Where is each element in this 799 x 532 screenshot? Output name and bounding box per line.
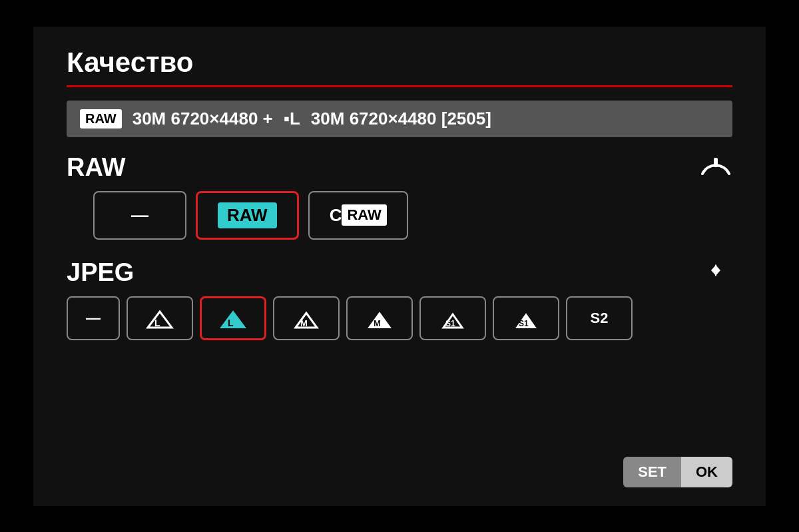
ok-button[interactable]: OK <box>681 457 732 487</box>
svg-text:M: M <box>300 318 308 328</box>
jpeg-s2-button[interactable]: S2 <box>566 296 633 340</box>
title-divider <box>67 85 732 87</box>
jpeg-s2-label: S2 <box>591 310 609 327</box>
raw-none-button[interactable]: — <box>93 191 186 240</box>
jpeg-icon-text: ▪L <box>284 109 300 129</box>
jpeg-buttons-row: — L L M M <box>67 296 732 340</box>
jpeg-fine-s1-button[interactable]: S1 <box>419 296 486 340</box>
jpeg-norm-m-button[interactable]: M <box>346 296 413 340</box>
jpeg-none-label: — <box>86 310 101 327</box>
raw-section-header: RAW <box>67 153 732 182</box>
svg-rect-0 <box>714 158 718 167</box>
jpeg-norm-s1-button[interactable]: S1 <box>493 296 559 340</box>
svg-text:S1: S1 <box>519 319 529 328</box>
norm-s1-icon: S1 <box>511 306 541 330</box>
craw-c-label: C <box>330 205 342 226</box>
info-text-1: 30M 6720×4480 + <box>133 109 273 129</box>
page-title: Качество <box>67 47 732 79</box>
fine-s1-icon: S1 <box>438 306 467 330</box>
raw-buttons-row: — RAW CRAW <box>93 191 732 240</box>
left-right-arrows-icon <box>699 260 732 285</box>
raw-label: RAW <box>218 202 277 228</box>
bottom-bar: SET OK <box>623 457 732 487</box>
raw-raw-button[interactable]: RAW <box>196 191 299 240</box>
raw-craw-button[interactable]: CRAW <box>308 191 408 240</box>
craw-raw-label: RAW <box>342 204 386 226</box>
fine-m-icon: M <box>292 306 321 330</box>
svg-marker-2 <box>715 264 720 276</box>
svg-text:S1: S1 <box>445 319 455 328</box>
jpeg-fine-l-selected-button[interactable]: L <box>200 296 266 340</box>
jpeg-section-header: JPEG <box>67 258 732 287</box>
dial-icon <box>699 155 732 180</box>
raw-section-label: RAW <box>67 153 126 182</box>
raw-none-label: — <box>131 205 148 226</box>
fine-l-icon: L <box>145 306 174 330</box>
jpeg-fine-m-button[interactable]: M <box>273 296 340 340</box>
svg-text:L: L <box>154 318 160 328</box>
jpeg-section-label: JPEG <box>67 258 134 287</box>
camera-quality-screen: Качество RAW 30M 6720×4480 + ▪L 30M 6720… <box>33 27 766 506</box>
jpeg-fine-l-button[interactable]: L <box>127 296 193 340</box>
set-button[interactable]: SET <box>623 457 681 487</box>
info-text-2: 30M 6720×4480 [2505] <box>311 109 491 129</box>
norm-m-icon: M <box>365 306 394 330</box>
info-bar: RAW 30M 6720×4480 + ▪L 30M 6720×4480 [25… <box>67 101 732 137</box>
svg-text:L: L <box>228 318 234 328</box>
svg-text:M: M <box>374 318 381 328</box>
fine-l-active-icon: L <box>218 306 248 330</box>
jpeg-none-button[interactable]: — <box>67 296 120 340</box>
raw-badge: RAW <box>80 109 122 129</box>
